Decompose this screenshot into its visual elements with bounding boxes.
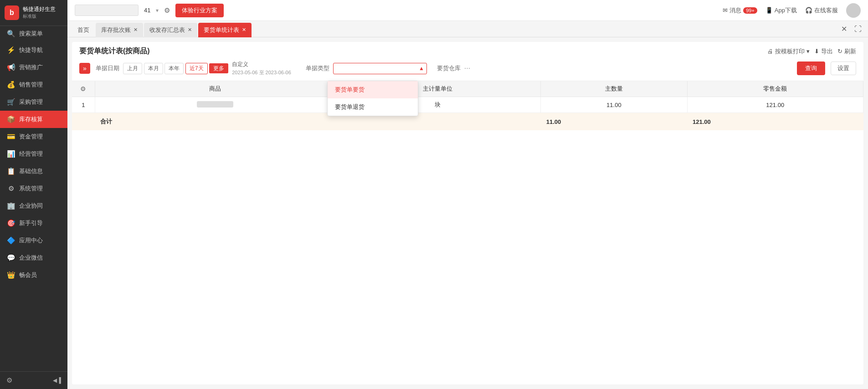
type-input-wrap: ▲ [333, 63, 427, 74]
expand-icon: » [83, 65, 87, 72]
app-name: 畅捷通好生意 [23, 6, 56, 13]
sidebar-item-weixin[interactable]: 💬 企业微信 [0, 249, 67, 266]
col-qty-header: 主数量 [541, 81, 687, 97]
sidebar-item-basic[interactable]: 📋 基础信息 [0, 163, 67, 180]
sidebar-item-vip[interactable]: 👑 畅会员 [0, 266, 67, 284]
sidebar-item-search[interactable]: 🔍 搜索菜单 [0, 26, 67, 41]
header-gear-icon[interactable]: ⚙ [164, 6, 170, 15]
export-label: 导出 [821, 47, 833, 56]
tab-receive-summary-close[interactable]: ✕ [188, 27, 192, 33]
tab-requisition-summary[interactable]: 要货单统计表 ✕ [198, 23, 252, 37]
col-settings-header[interactable]: ⚙ [72, 81, 95, 97]
print-template-label: 按模板打印 [775, 47, 805, 56]
warehouse-filter-section: 要货仓库 ··· [437, 64, 470, 72]
tabs-bar-end: ✕ ⛶ [838, 24, 868, 34]
warehouse-label: 要货仓库 [437, 64, 461, 72]
close-tab-icon[interactable]: ✕ [838, 24, 850, 34]
type-label: 单据类型 [306, 64, 329, 72]
inventory-icon: 📦 [6, 115, 15, 123]
sidebar-item-marketing[interactable]: 📢 营销推广 [0, 59, 67, 76]
warehouse-dots[interactable]: ··· [464, 64, 470, 72]
date-custom-stack: 自定义 2023-05-06 至 2023-06-06 [232, 61, 291, 76]
date-btn-7days[interactable]: 近7天 [185, 63, 208, 74]
date-btn-last-month[interactable]: 上月 [123, 63, 142, 74]
print-template-btn[interactable]: 🖨 按模板打印 ▾ [767, 47, 810, 56]
table-wrap: ⚙ 商品 主计量单位 主数量 零售金额 1 [72, 81, 863, 384]
type-input[interactable] [333, 63, 427, 74]
panel-actions: 🖨 按模板打印 ▾ ⬇ 导出 ↻ 刷新 [767, 47, 856, 56]
sidebar-item-label: 经营管理 [19, 150, 43, 158]
sidebar-item-purchase[interactable]: 🛒 采购管理 [0, 93, 67, 111]
tab-inventory-batch[interactable]: 库存批次账 ✕ [96, 23, 143, 37]
collapse-icon[interactable]: ◀▐ [53, 377, 61, 384]
logo-text-block: 畅捷通好生意 标准版 [23, 6, 56, 20]
warehouse-input-wrap: ··· [464, 64, 470, 72]
user-avatar[interactable] [846, 3, 861, 18]
sidebar-item-label: 系统管理 [19, 184, 43, 193]
sidebar-item-operations[interactable]: 📊 经营管理 [0, 145, 67, 163]
sidebar-item-label: 企业微信 [19, 254, 43, 262]
sidebar-bottom: ⚙ ◀▐ [0, 371, 67, 389]
tab-receive-summary[interactable]: 收发存汇总表 ✕ [144, 23, 197, 37]
dropdown-item-1[interactable]: 要货单退货 [328, 98, 418, 116]
tab-inventory-batch-close[interactable]: ✕ [134, 27, 138, 33]
tab-home[interactable]: 首页 [72, 23, 95, 37]
industry-button[interactable]: 体验行业方案 [175, 4, 224, 17]
tabs-bar: 首页 库存批次账 ✕ 收发存汇总表 ✕ 要货单统计表 ✕ ✕ ⛶ [67, 21, 868, 37]
search-input[interactable] [75, 5, 139, 16]
sidebar-item-label: 搜索菜单 [19, 30, 43, 38]
sidebar-item-enterprise[interactable]: 🏢 企业协同 [0, 197, 67, 215]
sidebar-item-inventory[interactable]: 📦 库存核算 [0, 111, 67, 128]
sidebar-item-sales[interactable]: 💰 销售管理 [0, 76, 67, 93]
cell-qty: 11.00 [541, 97, 687, 113]
enterprise-icon: 🏢 [6, 202, 15, 210]
filter-expand-button[interactable]: » [79, 63, 90, 74]
chevron-down-icon[interactable]: ▾ [156, 7, 159, 14]
expand-tab-icon[interactable]: ⛶ [852, 24, 864, 34]
tab-requisition-summary-label: 要货单统计表 [204, 26, 239, 34]
sidebar-item-guide[interactable]: 🎯 新手引导 [0, 215, 67, 232]
basic-icon: 📋 [6, 167, 15, 175]
sidebar-item-quicknav[interactable]: ⚡ 快捷导航 [0, 41, 67, 59]
sales-icon: 💰 [6, 81, 15, 89]
date-btn-this-year[interactable]: 本年 [164, 63, 184, 74]
sidebar-item-label: 库存核算 [19, 115, 43, 123]
content-panel: 要货单统计表(按商品) 🖨 按模板打印 ▾ ⬇ 导出 ↻ 刷新 [72, 42, 863, 384]
date-custom-btn[interactable]: 自定义 [232, 61, 291, 68]
type-dropdown-popup: 要货单要货 要货单退货 [327, 81, 418, 116]
sidebar-item-apps[interactable]: 🔷 应用中心 [0, 232, 67, 249]
export-btn[interactable]: ⬇ 导出 [814, 47, 833, 56]
sidebar-item-finance[interactable]: 💳 资金管理 [0, 128, 67, 145]
main-area: 41 ▾ ⚙ 体验行业方案 ✉ 消息 99+ 📱 App下载 🎧 在线客服 首 [67, 0, 868, 389]
search-icon: 🔍 [6, 30, 15, 38]
type-dropdown-arrow[interactable]: ▲ [419, 65, 424, 72]
sidebar-item-label: 快捷导航 [19, 46, 43, 54]
top-header-left: 41 ▾ ⚙ 体验行业方案 [75, 4, 224, 17]
goods-blurred-text [197, 101, 233, 107]
app-download-item[interactable]: 📱 App下载 [765, 6, 797, 15]
sidebar-item-system[interactable]: ⚙ 系统管理 [0, 180, 67, 197]
sidebar-item-label: 采购管理 [19, 98, 43, 106]
support-icon: 🎧 [805, 7, 812, 14]
sidebar-item-label: 畅会员 [19, 271, 37, 279]
table-settings-icon[interactable]: ⚙ [80, 85, 86, 92]
date-filter-section: 单据日期 上月 本月 本年 近7天 更多 自定义 2023-05-06 至 20… [96, 61, 291, 76]
date-btn-this-month[interactable]: 本月 [144, 63, 163, 74]
purchase-icon: 🛒 [6, 98, 15, 106]
messages-item[interactable]: ✉ 消息 99+ [723, 6, 757, 15]
date-buttons: 上月 本月 本年 近7天 更多 [123, 63, 228, 74]
col-amount-header: 零售金额 [687, 81, 863, 97]
data-table: ⚙ 商品 主计量单位 主数量 零售金额 1 [72, 81, 863, 130]
set-button[interactable]: 设置 [831, 61, 856, 75]
query-button[interactable]: 查询 [797, 61, 825, 75]
guide-icon: 🎯 [6, 219, 15, 227]
refresh-btn[interactable]: ↻ 刷新 [837, 47, 856, 56]
settings-icon[interactable]: ⚙ [6, 376, 12, 384]
tab-receive-summary-label: 收发存汇总表 [149, 26, 185, 34]
support-item[interactable]: 🎧 在线客服 [805, 6, 838, 15]
dropdown-item-0[interactable]: 要货单要货 [328, 81, 418, 98]
tab-requisition-summary-close[interactable]: ✕ [242, 27, 246, 33]
operations-icon: 📊 [6, 150, 15, 158]
date-more-badge[interactable]: 更多 [209, 63, 228, 73]
system-icon: ⚙ [6, 184, 15, 193]
